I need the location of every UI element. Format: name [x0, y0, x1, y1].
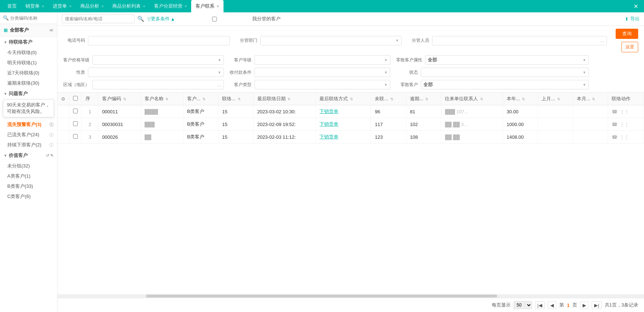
col-last-method[interactable]: 最后联络方式 ⇅	[316, 93, 371, 105]
dept-select[interactable]: ▼	[260, 36, 402, 45]
prev-page-button[interactable]: ◀	[548, 301, 556, 309]
tab-analysis[interactable]: 商品分析 ×	[76, 0, 108, 12]
value-group-label: 价值客户	[9, 152, 28, 159]
sidebar-item-today[interactable]: 今天待联络(0)	[0, 48, 57, 58]
action-more-icon-0[interactable]: ⋮⋮	[620, 109, 629, 114]
row-checkbox-2[interactable]	[69, 131, 82, 143]
row-check-0[interactable]	[73, 109, 78, 113]
col-action-label: 联络动作	[612, 96, 631, 101]
page-size-select[interactable]: 50 100 200	[514, 301, 532, 309]
zero-attr-select[interactable]: 全部 ▼	[425, 55, 589, 65]
last-page-button[interactable]: ▶|	[592, 301, 601, 309]
tab-customer-tier[interactable]: 客户分层经营 ×	[150, 0, 191, 12]
zero-attr-label: 零散客户属性	[396, 57, 422, 63]
payment-select[interactable]: ▼	[254, 68, 390, 77]
tab-purchase-close[interactable]: ×	[69, 4, 71, 8]
col-last-date[interactable]: 最后联络日期 ⇅	[253, 93, 316, 105]
sidebar-item-type-b[interactable]: B类客户(33)	[0, 181, 57, 191]
col-this-month[interactable]: 本月... ⇅	[573, 93, 608, 105]
sidebar-item-churned[interactable]: 已流失客户(24) ⓘ	[0, 130, 57, 140]
settings-button[interactable]: 设置	[621, 42, 638, 52]
row-check-1[interactable]	[73, 121, 78, 126]
col-name[interactable]: 客户名称 ⇅	[141, 93, 183, 105]
tab-customer-contact-close[interactable]: ×	[217, 4, 219, 8]
col-unlinkdays[interactable]: 未联... ⇅	[371, 93, 406, 105]
nature-select[interactable]: ▼	[88, 68, 224, 77]
tab-sales[interactable]: 销货单 ×	[21, 0, 48, 12]
sidebar-item-tomorrow[interactable]: 明天待联络(1)	[0, 58, 57, 68]
price-level-select[interactable]: ▼	[92, 55, 224, 65]
person-select[interactable]: ...	[432, 36, 607, 45]
filter-search-button[interactable]: 🔍	[137, 16, 144, 22]
customer-level-select[interactable]: ▼	[254, 55, 390, 65]
retail-select[interactable]: 全部 ▼	[421, 80, 589, 89]
tab-analysis-list[interactable]: 商品分析列表 ×	[108, 0, 149, 12]
sidebar-item-declining[interactable]: 持续下滑客户(2) ⓘ	[0, 140, 57, 150]
tab-home[interactable]: 首页	[3, 0, 21, 12]
row-action-0[interactable]: ☎ ⋮⋮	[608, 105, 644, 118]
scrollbar-thumb[interactable]	[146, 295, 497, 297]
sidebar-item-overdue[interactable]: 逾期未联络(30)	[0, 78, 57, 88]
action-more-icon-2[interactable]: ⋮⋮	[620, 134, 629, 140]
horizontal-scrollbar[interactable]	[57, 294, 644, 298]
sidebar-item-churn-warning[interactable]: 流失预警客户(3) ⓘ	[0, 119, 57, 130]
col-code[interactable]: 客户编码 ⇅	[98, 93, 141, 105]
filter-row-4: 区域（地区） ... 客户类型 ▼ 零散客户 全部 ▼	[63, 80, 638, 89]
col-settings[interactable]: ⚙	[57, 93, 69, 105]
sidebar-search-input[interactable]	[10, 16, 54, 21]
query-button[interactable]: 查询	[616, 29, 638, 39]
customer-type-select[interactable]: ▼	[254, 80, 390, 89]
col-type[interactable]: 客户... ⇅	[183, 93, 218, 105]
action-contact-icon-1[interactable]: ☎	[612, 122, 617, 127]
sidebar-value-group[interactable]: ▼ 价值客户 ↺ ✎	[0, 150, 57, 161]
sidebar-all-customers[interactable]: ⊞ 全部客户 ≪	[0, 24, 57, 37]
sidebar-item-ungrouped[interactable]: 未分组(32)	[0, 161, 57, 171]
sidebar-search-icon: 🔍	[3, 15, 9, 21]
row-checkbox-0[interactable]	[69, 105, 82, 118]
select-all-checkbox[interactable]	[73, 96, 78, 101]
next-page-button[interactable]: ▶	[580, 301, 589, 309]
col-contact-person[interactable]: 往来单位联系人 ⇅	[441, 93, 503, 105]
action-contact-icon-2[interactable]: ☎	[612, 134, 617, 140]
ungrouped-label: 未分组(32)	[7, 163, 30, 169]
area-select[interactable]: ...	[92, 80, 224, 89]
row-last-method-1[interactable]: 下销货单	[316, 118, 371, 131]
col-overdue[interactable]: 逾期... ⇅	[406, 93, 441, 105]
tab-customer-contact[interactable]: 客户联系 ×	[191, 0, 223, 12]
row-last-method-0[interactable]: 下销货单	[316, 105, 371, 118]
sidebar-item-type-a[interactable]: A类客户(1)	[0, 171, 57, 181]
current-page-number: 1	[567, 303, 569, 308]
row-check-2[interactable]	[73, 134, 78, 139]
lost-group-label: 问题客户	[9, 90, 28, 97]
tab-customer-tier-close[interactable]: ×	[185, 4, 187, 8]
my-customers-checkbox[interactable]: 我分管的客户	[178, 16, 281, 22]
col-last-month[interactable]: 上月... ⇅	[538, 93, 573, 105]
row-action-2[interactable]: ☎ ⋮⋮	[608, 131, 644, 143]
sidebar-lost-group[interactable]: ▼ 问题客户	[0, 88, 57, 99]
sidebar-pending-group[interactable]: ▼ 待联络客户	[0, 37, 57, 48]
col-this-year[interactable]: 本年... ⇅	[503, 93, 538, 105]
first-page-button[interactable]: |◀	[535, 301, 545, 309]
search-input[interactable]	[62, 15, 134, 23]
window-close-button[interactable]: ✕	[631, 3, 641, 10]
value-arrow-icon: ▼	[4, 154, 7, 158]
action-more-icon-1[interactable]: ⋮⋮	[620, 122, 629, 127]
price-level-label: 客户价格等级	[63, 57, 89, 63]
sidebar-item-7days[interactable]: 近7天待联络(0)	[0, 68, 57, 78]
row-action-1[interactable]: ☎ ⋮⋮	[608, 118, 644, 131]
action-contact-icon-0[interactable]: ☎	[612, 109, 617, 114]
row-last-method-2[interactable]: 下销货单	[316, 131, 371, 143]
phone-input[interactable]	[88, 36, 230, 45]
status-select[interactable]: ▼	[421, 68, 589, 77]
export-button[interactable]: ⬆ 导出	[625, 16, 640, 22]
sidebar-item-type-c[interactable]: C类客户(6)	[0, 191, 57, 202]
row-checkbox-1[interactable]	[69, 118, 82, 131]
col-last-method-sort-icon: ⇅	[350, 97, 353, 101]
tab-analysis-list-close[interactable]: ×	[143, 4, 145, 8]
tab-purchase[interactable]: 进货单 ×	[48, 0, 76, 12]
col-contact[interactable]: 联络... ⇅	[218, 93, 253, 105]
my-customers-check[interactable]	[178, 17, 251, 21]
more-conditions-button[interactable]: ▽ 更多条件 ▲	[147, 16, 175, 22]
tab-analysis-close[interactable]: ×	[101, 4, 104, 8]
tab-sales-close[interactable]: ×	[42, 4, 44, 8]
